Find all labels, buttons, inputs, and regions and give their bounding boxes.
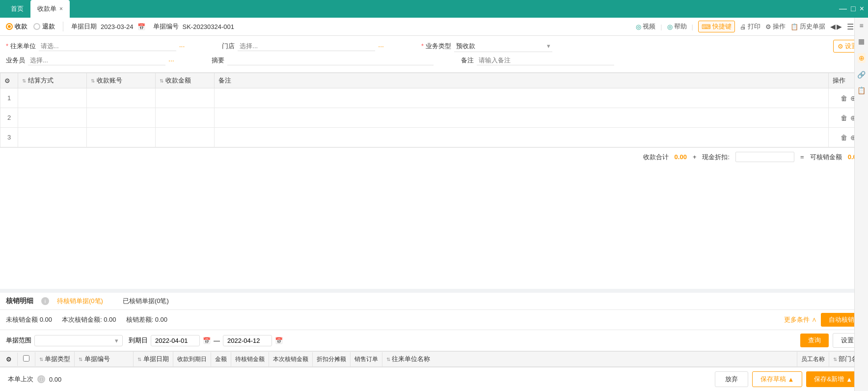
row-3-amount-input[interactable]: [156, 128, 214, 147]
range-arrow: ▾: [115, 337, 118, 344]
list-view-btn[interactable]: ☰: [847, 22, 854, 31]
staff-input[interactable]: [28, 56, 165, 65]
date-to-input[interactable]: [223, 335, 272, 346]
bottom-gear-cell[interactable]: ⚙: [0, 353, 18, 366]
table-row: 2 🗑 ⊕: [0, 108, 868, 128]
bth-amount: 金额: [211, 352, 231, 366]
right-panel-icon-1[interactable]: ≡: [859, 22, 863, 29]
right-panel-icon-4[interactable]: 🔗: [857, 71, 866, 79]
right-panel: ≡ ▦ ⊕ 🔗 📋: [854, 18, 868, 391]
staff-more-btn[interactable]: ···: [168, 56, 174, 64]
row-1-delete-icon[interactable]: 🗑: [841, 94, 847, 102]
date-from-icon[interactable]: 📅: [203, 337, 211, 344]
row-3-note[interactable]: [215, 128, 829, 147]
video-btn[interactable]: ◎ 视频: [636, 22, 655, 31]
row-2-delete-icon[interactable]: 🗑: [841, 114, 847, 122]
current-label: 本次核销金额:: [62, 316, 102, 323]
right-panel-icon-2[interactable]: ▦: [858, 37, 865, 45]
row-2-account[interactable]: [87, 108, 156, 128]
history-btn[interactable]: 📋 历史单据: [790, 22, 825, 31]
save-new-arrow[interactable]: ▲: [846, 376, 852, 383]
maximize-btn[interactable]: □: [851, 4, 856, 13]
help-btn[interactable]: ◎ 帮助: [667, 22, 687, 31]
range-field: 单据范围 ▾: [6, 335, 123, 346]
calendar-icon[interactable]: 📅: [137, 23, 145, 30]
receipt-table: ⚙ ⇅ 结算方式 ⇅ 收款账号 ⇅ 收款金额 备注 操作: [0, 73, 868, 147]
doc-info: 单据日期 2023-03-24 📅 单据编号 SK-20230324-001: [71, 22, 234, 31]
print-btn[interactable]: 🖨 打印: [740, 22, 760, 31]
close-btn[interactable]: ×: [860, 4, 864, 13]
bth-pending: 待核销金额: [231, 352, 269, 366]
row-1-account-input[interactable]: [87, 88, 155, 108]
date-to-icon[interactable]: 📅: [275, 337, 283, 344]
right-panel-icon-3[interactable]: ⊕: [858, 53, 866, 63]
tab-home[interactable]: 首页: [4, 0, 30, 18]
row-2-note-input[interactable]: [215, 108, 828, 127]
row-3-delete-icon[interactable]: 🗑: [841, 134, 847, 141]
footer-actions: 放弃 保存草稿 ▲ 保存&新增 ▲: [715, 371, 860, 387]
biz-type-select[interactable]: 预收款 ▾: [454, 41, 552, 52]
row-3-note-input[interactable]: [215, 128, 828, 147]
carry-over-info-icon[interactable]: ⓘ: [37, 375, 45, 383]
discount-input[interactable]: [735, 152, 794, 162]
row-3-payment[interactable]: [18, 128, 87, 147]
row-2-payment-input[interactable]: [18, 108, 86, 127]
row-2-account-input[interactable]: [87, 108, 155, 127]
tab-bar: 首页 收款单 × — □ ×: [0, 0, 868, 18]
row-3-account[interactable]: [87, 128, 156, 147]
next-arrow[interactable]: ▶: [837, 23, 842, 30]
counterpart-input[interactable]: [39, 41, 176, 51]
row-1-payment[interactable]: [18, 88, 87, 108]
row-3-account-input[interactable]: [87, 128, 155, 147]
operate-btn[interactable]: ⚙ 操作: [765, 22, 786, 31]
row-2-amount-input[interactable]: [156, 108, 214, 127]
pending-tab[interactable]: 待核销单据(0笔): [57, 297, 103, 306]
select-all-checkbox[interactable]: [23, 355, 29, 362]
writeoff-info-icon[interactable]: i: [41, 297, 49, 305]
prev-arrow[interactable]: ◀: [830, 23, 836, 30]
row-1-amount[interactable]: [156, 88, 215, 108]
summary-input[interactable]: [227, 56, 434, 65]
row-2-payment[interactable]: [18, 108, 87, 128]
counterpart-more-btn[interactable]: ···: [179, 42, 185, 50]
row-2-amount[interactable]: [156, 108, 215, 128]
row-1-payment-input[interactable]: [18, 88, 86, 108]
query-btn[interactable]: 查询: [800, 334, 829, 347]
remark-label: 备注: [461, 56, 474, 65]
date-from-input[interactable]: [151, 335, 200, 346]
diff-label: 核销差额:: [126, 316, 154, 323]
verifiable-label: 可核销金额: [810, 153, 842, 162]
biz-type-label: 业务类型: [421, 42, 451, 51]
bottom-checkbox-cell[interactable]: [18, 352, 35, 366]
range-select[interactable]: ▾: [34, 335, 123, 346]
remark-input[interactable]: [477, 56, 614, 65]
more-conditions-btn[interactable]: 更多条件 ∧: [784, 315, 817, 324]
row-1-account[interactable]: [87, 88, 156, 108]
row-1-amount-input[interactable]: [156, 88, 214, 108]
col-settings-header[interactable]: ⚙: [0, 73, 18, 88]
abandon-btn[interactable]: 放弃: [715, 371, 748, 387]
row-2-note[interactable]: [215, 108, 829, 128]
radio-receipt[interactable]: 收款: [6, 22, 27, 31]
save-new-btn[interactable]: 保存&新增 ▲: [806, 371, 860, 387]
done-tab[interactable]: 已核销单据(0笔): [123, 297, 169, 306]
total-label: 收款合计: [643, 153, 669, 162]
col-note-header: 备注: [215, 73, 829, 88]
tab-receipt[interactable]: 收款单 ×: [30, 0, 70, 18]
row-3-amount[interactable]: [156, 128, 215, 147]
radio-refund[interactable]: 退款: [33, 22, 55, 31]
save-draft-btn[interactable]: 保存草稿 ▲: [752, 371, 803, 387]
right-panel-icon-5[interactable]: 📋: [857, 86, 866, 94]
bth-sales-order: 销售订单: [351, 352, 382, 366]
store-input[interactable]: [238, 41, 375, 51]
doc-num-label: 单据编号: [153, 22, 179, 31]
shortcut-btn[interactable]: ⌨ 快捷键: [698, 21, 735, 32]
save-draft-arrow[interactable]: ▲: [788, 376, 794, 383]
store-more-btn[interactable]: ···: [378, 42, 384, 50]
bth-staff: 员工名称: [797, 352, 829, 366]
row-1-note[interactable]: [215, 88, 829, 108]
row-3-payment-input[interactable]: [18, 128, 86, 147]
minimize-btn[interactable]: —: [839, 4, 847, 13]
row-1-note-input[interactable]: [215, 88, 828, 108]
tab-close-icon[interactable]: ×: [59, 5, 63, 12]
